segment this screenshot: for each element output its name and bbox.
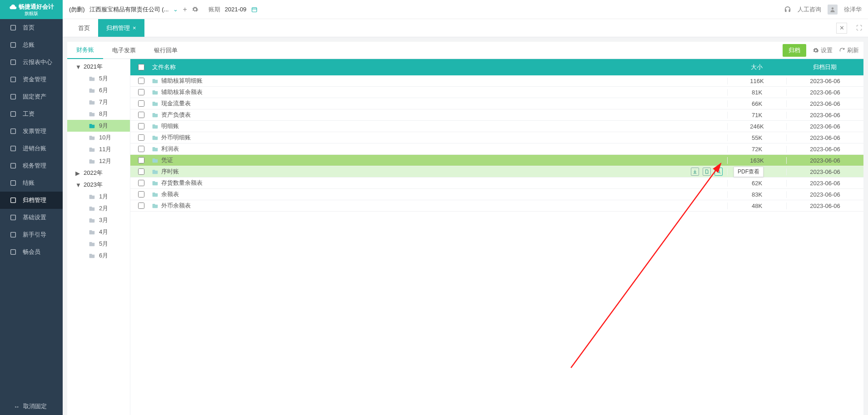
table-row[interactable]: 现金流量表66K2023-06-06 <box>130 98 863 109</box>
table-row[interactable]: 凭证163K2023-06-06 <box>130 155 863 166</box>
nav-item-0[interactable]: 首页 <box>0 19 63 36</box>
tree-month[interactable]: 11月 <box>67 143 130 155</box>
row-checkbox[interactable] <box>138 78 144 84</box>
table-row[interactable]: 明细账246K2023-06-06 <box>130 121 863 132</box>
row-checkbox[interactable] <box>138 100 144 107</box>
row-checkbox[interactable] <box>138 191 144 198</box>
row-checkbox[interactable] <box>138 157 144 163</box>
pin-toggle[interactable]: ↔ 取消固定 <box>0 398 63 415</box>
file-name: 明细账 <box>161 122 179 130</box>
tree-month[interactable]: 7月 <box>67 96 130 108</box>
row-checkbox[interactable] <box>138 168 144 175</box>
svg-point-17 <box>717 170 719 173</box>
table-row[interactable]: 外币明细账55K2023-06-06 <box>130 132 863 143</box>
table-row[interactable]: 存货数量余额表62K2023-06-06 <box>130 178 863 189</box>
file-name: 凭证 <box>161 156 173 164</box>
tree-month[interactable]: 4月 <box>67 226 130 238</box>
archive-button[interactable]: 归档 <box>783 44 806 57</box>
row-checkbox[interactable] <box>138 203 144 209</box>
file-date: 2023-06-06 <box>786 134 863 141</box>
tree-month[interactable]: 6月 <box>67 84 130 96</box>
table-row[interactable]: 外币余额表48K2023-06-06 <box>130 200 863 212</box>
close-icon[interactable]: × <box>133 25 136 31</box>
tree-year[interactable]: ▼2023年 <box>67 179 130 191</box>
svg-rect-8 <box>11 163 16 168</box>
subtab[interactable]: 财务账 <box>67 42 103 59</box>
tree-month[interactable]: 5月 <box>67 238 130 250</box>
asset-icon <box>9 93 17 101</box>
table-row[interactable]: 辅助核算余额表81K2023-06-06 <box>130 87 863 98</box>
table-row[interactable]: 利润表72K2023-06-06 <box>130 143 863 155</box>
row-checkbox[interactable] <box>138 146 144 152</box>
folder-icon <box>89 99 95 105</box>
tree-year[interactable]: ▼2021年 <box>67 61 130 73</box>
nav-item-9[interactable]: 结账 <box>0 174 63 192</box>
nav-label: 总账 <box>23 41 35 49</box>
nav-item-10[interactable]: 归档管理 <box>0 192 63 209</box>
nav-item-8[interactable]: 税务管理 <box>0 157 63 174</box>
fullscreen-button[interactable]: ⛶ <box>853 23 864 34</box>
refresh-link[interactable]: 刷新 <box>839 46 859 54</box>
tree-month[interactable]: 5月 <box>67 73 130 84</box>
subtab[interactable]: 电子发票 <box>103 42 145 59</box>
tree-year[interactable]: ▶2022年 <box>67 167 130 179</box>
preview-icon[interactable] <box>714 168 723 176</box>
tree-month[interactable]: 12月 <box>67 155 130 167</box>
row-checkbox[interactable] <box>138 123 144 129</box>
tree-month[interactable]: 6月 <box>67 250 130 262</box>
file-size: 246K <box>727 123 786 130</box>
tab[interactable]: 归档管理× <box>98 19 144 37</box>
file-date: 2023-06-06 <box>786 123 863 130</box>
close-all-button[interactable]: ✕ <box>836 23 847 34</box>
tree-month[interactable]: 8月 <box>67 108 130 120</box>
caret-icon: ▼ <box>75 64 80 70</box>
row-checkbox[interactable] <box>138 112 144 118</box>
tree-month[interactable]: 2月 <box>67 203 130 214</box>
tree-month[interactable]: 10月 <box>67 132 130 143</box>
row-checkbox[interactable] <box>138 180 144 186</box>
nav-item-13[interactable]: 畅会员 <box>0 243 63 261</box>
table-row[interactable]: 序时账PDF查看13K2023-06-06 <box>130 166 863 178</box>
consult-link[interactable]: 人工咨询 <box>798 5 821 14</box>
tab[interactable]: 首页 <box>70 19 98 37</box>
user-name[interactable]: 徐泽华 <box>844 5 862 14</box>
nav-item-12[interactable]: 新手引导 <box>0 226 63 243</box>
tree-month[interactable]: 3月 <box>67 214 130 226</box>
nav-item-6[interactable]: 发票管理 <box>0 123 63 140</box>
period-value[interactable]: 2021-09 <box>225 6 247 13</box>
table-row[interactable]: 辅助核算明细账116K2023-06-06 <box>130 75 863 87</box>
select-all-checkbox[interactable] <box>138 64 144 70</box>
row-checkbox[interactable] <box>138 89 144 95</box>
file-date: 2023-06-06 <box>786 146 863 153</box>
settings-link[interactable]: 设置 <box>813 46 833 54</box>
nav-item-5[interactable]: 工资 <box>0 105 63 123</box>
nav-item-11[interactable]: 基础设置 <box>0 209 63 226</box>
file-icon <box>152 180 159 186</box>
nav-item-4[interactable]: 固定资产 <box>0 88 63 105</box>
pdf-icon[interactable] <box>703 168 711 176</box>
row-checkbox[interactable] <box>138 134 144 141</box>
nav-item-1[interactable]: 总账 <box>0 36 63 54</box>
company-selector[interactable]: 江西服宝精品有限责任公司 (... <box>89 5 169 14</box>
file-size: 72K <box>727 146 786 153</box>
file-date: 2023-06-06 <box>786 168 863 175</box>
avatar[interactable] <box>828 5 838 15</box>
plus-icon[interactable]: + <box>183 5 187 14</box>
refresh-icon <box>839 47 845 54</box>
chevron-down-icon[interactable]: ⌄ <box>173 6 178 13</box>
nav-item-3[interactable]: 资金管理 <box>0 71 63 88</box>
gear-icon[interactable] <box>192 6 198 13</box>
pin-label: 取消固定 <box>23 402 47 410</box>
nav-item-7[interactable]: 进销台账 <box>0 140 63 157</box>
subtab[interactable]: 银行回单 <box>145 42 187 59</box>
table-row[interactable]: 资产负债表71K2023-06-06 <box>130 109 863 121</box>
file-icon <box>152 78 159 84</box>
calendar-icon[interactable] <box>251 6 258 13</box>
download-icon[interactable] <box>691 168 699 176</box>
svg-rect-5 <box>11 112 16 117</box>
tree-month[interactable]: 1月 <box>67 191 130 203</box>
nav-item-2[interactable]: 云报表中心 <box>0 54 63 71</box>
tree-month[interactable]: 9月 <box>67 120 130 132</box>
folder-icon <box>89 88 95 93</box>
table-row[interactable]: 余额表83K2023-06-06 <box>130 189 863 200</box>
